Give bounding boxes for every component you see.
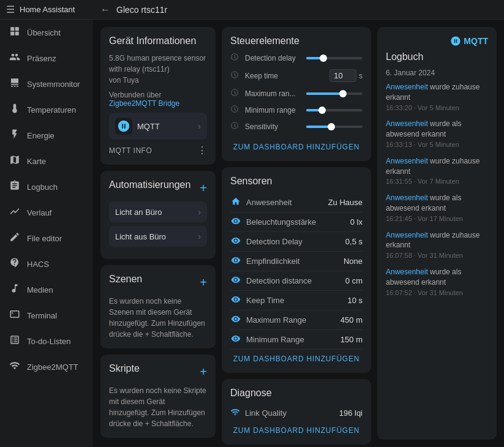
mqtt-row[interactable]: MQTT › — [109, 113, 207, 140]
mqtt-logo — [115, 118, 132, 135]
skripte-card: Skripte + Es wurden noch keine Skripte m… — [100, 355, 216, 438]
sidebar-label-terminal: Terminal — [27, 311, 57, 320]
mqtt-info-row: MQTT INFO ⋮ — [109, 142, 207, 156]
diagnose-add-dashboard-button[interactable]: ZUM DASHBOARD HINZUFÜGEN — [230, 421, 363, 436]
terminal-icon — [9, 309, 21, 322]
sidebar-item-uebersicht[interactable]: Übersicht — [0, 20, 93, 45]
slider-2[interactable] — [306, 92, 363, 95]
mqtt-info-label[interactable]: MQTT INFO — [109, 146, 152, 155]
sidebar-item-energie[interactable]: Energie — [0, 122, 93, 148]
ctrl-detection-delay: Detection delay — [230, 53, 363, 63]
log-time-0: 16:33:20 · Vor 5 Minuten — [386, 104, 459, 111]
log-time-4: 16:07:58 · Vor 31 Minuten — [386, 252, 463, 259]
log-entry-4: Anwesenheit wurde zuhause erkannt 16:07:… — [386, 230, 488, 261]
slider-0[interactable] — [306, 57, 363, 59]
log-link-1[interactable]: Anwesenheit — [386, 119, 428, 128]
back-button[interactable]: ← — [100, 4, 110, 15]
sidebar-item-file-editor[interactable]: File editor — [0, 225, 93, 251]
sidebar-item-medien[interactable]: Medien — [0, 277, 93, 302]
sensor-row-7: Minimum Range 150 m — [230, 330, 363, 350]
sidebar-item-praesenz[interactable]: Präsenz — [0, 45, 93, 71]
music-icon — [9, 283, 21, 296]
log-link-2[interactable]: Anwesenheit — [386, 157, 428, 165]
eye-icon-7 — [230, 334, 241, 345]
sensor-label-3: Empfindlichkeit — [246, 257, 339, 266]
log-link-4[interactable]: Anwesenheit — [386, 231, 428, 239]
log-entry-3: Anwesenheit wurde als abwesend erkannt 1… — [386, 193, 488, 224]
sidebar-item-logbuch[interactable]: Logbuch — [0, 174, 93, 200]
ctrl-max-range: Maximum ran... — [230, 88, 363, 99]
geraet-info-title: Gerät Informationen — [109, 36, 207, 47]
chevron-right-icon: › — [198, 121, 201, 131]
sidebar-item-hacs[interactable]: HACS — [0, 251, 93, 277]
sensor-value-1: 0 lx — [350, 217, 363, 227]
auto-item-1[interactable]: Licht aus Büro › — [109, 226, 207, 247]
eye-icon-3 — [230, 255, 241, 267]
steuerelemente-add-dashboard-button[interactable]: ZUM DASHBOARD HINZUFÜGEN — [230, 138, 363, 152]
diagnose-card: Diagnose Link Quality 196 lqi ZUM DASHBO… — [222, 379, 371, 445]
device-description: 5.8G human presence sensor with relay (r… — [109, 53, 207, 86]
keep-time-field[interactable] — [329, 69, 356, 82]
log-time-1: 16:33:13 · Vor 5 Minuten — [386, 141, 459, 148]
eye-icon-5 — [230, 295, 241, 306]
sidebar-item-zigbee2mqtt[interactable]: Zigbee2MQTT — [0, 354, 93, 380]
auto-chevron-1: › — [198, 231, 201, 241]
topbar: ← Gleco rtsc11r — [93, 0, 504, 20]
log-link-0[interactable]: Anwesenheit — [386, 83, 428, 91]
geraet-info-card: Gerät Informationen 5.8G human presence … — [100, 27, 216, 165]
home-icon — [230, 197, 241, 208]
sidebar-label-verlauf: Verlauf — [27, 208, 51, 217]
add-skript-button[interactable]: + — [200, 366, 207, 378]
log-date: 6. Januar 2024 — [386, 69, 488, 77]
ctrl-icon-3 — [230, 105, 240, 115]
log-link-5[interactable]: Anwesenheit — [386, 268, 428, 276]
slider-4[interactable] — [306, 126, 363, 128]
more-options-icon[interactable]: ⋮ — [197, 145, 207, 156]
mqtt-brand: MQTT — [450, 36, 488, 47]
logbuch-title: Logbuch — [386, 51, 488, 62]
menu-icon[interactable]: ☰ — [6, 4, 15, 15]
log-link-3[interactable]: Anwesenheit — [386, 193, 428, 202]
sensoren-add-dashboard-button[interactable]: ZUM DASHBOARD HINZUFÜGEN — [230, 350, 363, 364]
sidebar-item-karte[interactable]: Karte — [0, 148, 93, 174]
steuerelemente-card: Steuerelemente Detection delay — [222, 27, 371, 161]
thermometer-icon — [9, 103, 21, 116]
mqtt-brand-text: MQTT — [464, 36, 488, 46]
sidebar-label-zigbee2mqtt: Zigbee2MQTT — [27, 362, 78, 372]
sidebar-label-praesenz: Präsenz — [27, 54, 56, 63]
automatisierungen-header: Automatisierungen + — [109, 179, 207, 197]
left-column: Gerät Informationen 5.8G human presence … — [100, 27, 216, 440]
sensor-value-0: Zu Hause — [328, 198, 363, 207]
add-automatisierung-button[interactable]: + — [200, 182, 207, 194]
clipboard-icon — [9, 180, 21, 193]
szenen-card: Szenen + Es wurden noch keine Szenen mit… — [100, 265, 216, 348]
skripte-header: Skripte + — [109, 363, 207, 380]
auto-item-0[interactable]: Licht an Büro › — [109, 201, 207, 222]
skripte-title: Skripte — [109, 363, 140, 374]
sidebar-label-medien: Medien — [27, 285, 53, 295]
diag-row-0: Link Quality 196 lqi — [230, 405, 363, 421]
sidebar-item-terminal[interactable]: Terminal — [0, 302, 93, 328]
sidebar-item-temperaturen[interactable]: Temperaturen — [0, 97, 93, 122]
app-title: Home Assistant — [20, 5, 75, 14]
slider-3[interactable] — [306, 109, 363, 111]
monitor-icon — [9, 77, 21, 91]
logbuch-card: MQTT Logbuch 6. Januar 2024 Anwesenheit … — [377, 27, 497, 440]
add-szene-button[interactable]: + — [200, 276, 207, 288]
sidebar-item-verlauf[interactable]: Verlauf — [0, 200, 93, 225]
ctrl-keep-time: Keep time s — [230, 69, 363, 82]
sidebar-label-energie: Energie — [27, 131, 55, 140]
zigbee-link[interactable]: Zigbee2MQTT Bridge — [109, 99, 179, 108]
ctrl-label-3: Minimum range — [245, 106, 301, 115]
sidebar-item-systemmonitor[interactable]: Systemmonitor — [0, 71, 93, 97]
eye-icon-2 — [230, 236, 241, 247]
content-area: Gerät Informationen 5.8G human presence … — [93, 20, 504, 447]
ctrl-label-4: Sensitivity — [245, 122, 301, 131]
sidebar-header: ☰ Home Assistant — [0, 0, 93, 20]
sensor-value-6: 450 m — [340, 315, 363, 325]
lightning-icon — [9, 129, 21, 142]
diagnose-title: Diagnose — [230, 388, 363, 399]
log-time-2: 16:31:55 · Vor 7 Minuten — [386, 178, 459, 185]
automatisierungen-card: Automatisierungen + Licht an Büro › Lich… — [100, 171, 216, 259]
sidebar-item-todo[interactable]: To-do-Listen — [0, 328, 93, 354]
